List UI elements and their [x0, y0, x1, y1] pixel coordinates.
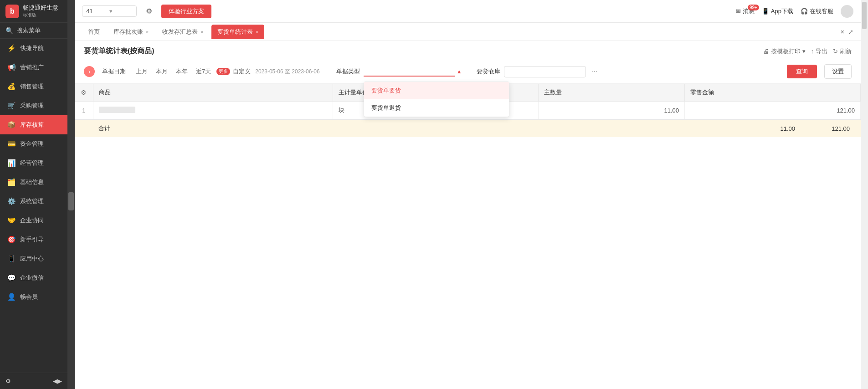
- sales-icon: 💰: [7, 82, 15, 91]
- tab-receipt-summary-label: 收发存汇总表: [162, 28, 198, 36]
- sidebar-item-purchase[interactable]: 🛒 采购管理: [0, 96, 67, 115]
- filter-date-range: 2023-05-06 至 2023-06-06: [255, 68, 319, 76]
- filter-more-badge[interactable]: 更多: [216, 68, 230, 75]
- basic-icon: 🗂️: [7, 178, 15, 186]
- sidebar-item-guide[interactable]: 🎯 新手引导: [0, 230, 67, 249]
- topbar: 41 ▾ ⚙ 体验行业方案 ✉ 消息 99+ 📱 App下载 🎧 在线客服: [75, 0, 861, 23]
- tab-receipt-summary-close[interactable]: ×: [200, 29, 203, 35]
- message-badge: 99+: [748, 5, 759, 10]
- service-label: 在线客服: [810, 7, 833, 15]
- table-settings-icon[interactable]: ⚙: [81, 89, 87, 96]
- filter-settings-btn[interactable]: 设置: [824, 64, 852, 79]
- online-service-btn[interactable]: 🎧 在线客服: [801, 7, 833, 15]
- type-select-wrapper: ▲ 要货单要货 要货单退货: [364, 67, 462, 77]
- print-btn[interactable]: 🖨 按模板打印 ▾: [763, 47, 806, 56]
- right-scrollbar[interactable]: [861, 0, 868, 389]
- sidebar-item-finance[interactable]: 💳 资金管理: [0, 134, 67, 154]
- filter-week-btn[interactable]: 近7天: [193, 67, 214, 77]
- sidebar-item-inventory[interactable]: 📦 库存核算: [0, 115, 67, 134]
- dropdown-option-1-label: 要货单退货: [371, 104, 401, 111]
- filter-this-month-btn[interactable]: 本月: [153, 67, 170, 77]
- print-icon: 🖨: [763, 48, 769, 55]
- dropdown-option-0[interactable]: 要货单要货: [364, 82, 509, 99]
- expand-tabs-btn[interactable]: ⤢: [848, 28, 853, 36]
- table-header-amount: 零售金额: [684, 84, 860, 102]
- footer-amount: 121.00: [801, 125, 855, 132]
- filter-this-year-btn[interactable]: 本年: [173, 67, 190, 77]
- footer-label: 合计: [80, 124, 171, 133]
- store-selector[interactable]: 41 ▾: [82, 5, 137, 17]
- refresh-icon: ↻: [833, 48, 838, 55]
- tabs-actions: × ⤢: [841, 28, 853, 36]
- table-header-settings[interactable]: ⚙: [75, 84, 93, 102]
- quicknav-icon: ⚡: [7, 44, 15, 52]
- purchase-icon: 🛒: [7, 102, 15, 110]
- type-dropdown-arrow[interactable]: ▲: [457, 68, 462, 75]
- sidebar-item-operations[interactable]: 📊 经营管理: [0, 154, 67, 173]
- sidebar-item-label: 企业协同: [20, 216, 44, 225]
- sidebar-item-member[interactable]: 👤 畅会员: [0, 287, 67, 307]
- sidebar-item-enterprise[interactable]: 🤝 企业协同: [0, 211, 67, 230]
- service-icon: 🎧: [801, 8, 808, 15]
- dropdown-option-1[interactable]: 要货单退货: [364, 99, 509, 117]
- table-cell-qty: 11.00: [539, 102, 685, 119]
- export-btn[interactable]: ↑ 导出: [811, 47, 828, 56]
- wechat-icon: 💬: [7, 274, 15, 282]
- sidebar-item-quicknav[interactable]: ⚡ 快捷导航: [0, 39, 67, 58]
- sidebar-item-basic[interactable]: 🗂️ 基础信息: [0, 173, 67, 192]
- filter-more-options-btn[interactable]: ···: [591, 67, 597, 76]
- table-header-product: 商品: [93, 84, 333, 102]
- type-select-input[interactable]: [364, 67, 455, 77]
- user-avatar: [841, 5, 853, 18]
- tab-order-stats-close[interactable]: ×: [256, 29, 258, 35]
- table-header-amount-label: 零售金额: [690, 89, 714, 96]
- sidebar-item-sales[interactable]: 💰 销售管理: [0, 77, 67, 96]
- marketing-icon: 📢: [7, 63, 15, 72]
- sidebar-item-label: 新手引导: [20, 235, 44, 244]
- table-header-product-label: 商品: [99, 89, 111, 96]
- sidebar-item-label: 营销推广: [20, 63, 44, 72]
- filter-custom-btn[interactable]: 自定义: [233, 67, 251, 76]
- tab-inventory-ledger[interactable]: 库存批次账 ×: [108, 25, 154, 39]
- sidebar-scrollbar[interactable]: [67, 0, 75, 389]
- page-title: 要货单统计表(按商品): [84, 46, 154, 56]
- industry-btn[interactable]: 体验行业方案: [161, 5, 211, 18]
- warehouse-input[interactable]: [504, 66, 586, 77]
- settings-gear-btn[interactable]: ⚙: [142, 5, 156, 18]
- message-btn[interactable]: ✉ 消息 99+: [736, 7, 755, 15]
- sidebar-item-marketing[interactable]: 📢 营销推广: [0, 58, 67, 77]
- sidebar-item-system[interactable]: ⚙️ 系统管理: [0, 192, 67, 211]
- print-label: 按模板打印: [771, 47, 801, 56]
- tab-home[interactable]: 首页: [82, 25, 106, 39]
- filter-prev-month-btn[interactable]: 上月: [133, 67, 150, 77]
- type-filter-label: 单据类型: [336, 67, 360, 76]
- close-all-tabs-btn[interactable]: ×: [841, 28, 844, 36]
- table-cell-index: 1: [75, 102, 93, 119]
- refresh-btn[interactable]: ↻ 刷新: [833, 47, 852, 56]
- sidebar-item-label: 企业微信: [20, 274, 44, 282]
- sidebar-scroll-handle[interactable]: [68, 192, 74, 210]
- sidebar-item-apps[interactable]: 📱 应用中心: [0, 249, 67, 268]
- sidebar-item-wechat[interactable]: 💬 企业微信: [0, 268, 67, 287]
- user-avatar-btn[interactable]: [841, 5, 853, 18]
- app-logo-icon: b: [5, 5, 19, 18]
- apps-icon: 📱: [7, 255, 15, 263]
- settings-icon[interactable]: ⚙: [5, 378, 11, 384]
- filter-expand-btn[interactable]: ›: [84, 66, 95, 77]
- sidebar-item-label: 畅会员: [20, 293, 38, 301]
- query-btn[interactable]: 查询: [787, 65, 817, 78]
- tab-order-stats[interactable]: 要货单统计表 ×: [211, 25, 264, 39]
- filter-bar: › 单据日期 上月 本月 本年 近7天 更多 自定义 2023-05-06 至 …: [75, 60, 861, 84]
- tab-inventory-ledger-close[interactable]: ×: [146, 29, 149, 35]
- tab-receipt-summary[interactable]: 收发存汇总表 ×: [156, 25, 209, 39]
- right-scroll-handle[interactable]: [862, 2, 867, 29]
- tabs-bar: 首页 库存批次账 × 收发存汇总表 × 要货单统计表 × × ⤢: [75, 23, 861, 41]
- app-download-btn[interactable]: 📱 App下载: [762, 7, 793, 15]
- filter-warehouse-group: 要货仓库 ···: [477, 66, 597, 77]
- finance-icon: 💳: [7, 140, 15, 148]
- sidebar-nav: ⚡ 快捷导航 📢 营销推广 💰 销售管理 🛒 采购管理 📦 库存核算 💳 资金管…: [0, 39, 67, 373]
- sidebar-toggle-btn[interactable]: ◀▶: [53, 378, 62, 384]
- sidebar-item-label: 经营管理: [20, 159, 44, 167]
- sidebar-search[interactable]: 🔍 搜索菜单: [0, 23, 67, 39]
- warehouse-filter-label: 要货仓库: [477, 67, 500, 76]
